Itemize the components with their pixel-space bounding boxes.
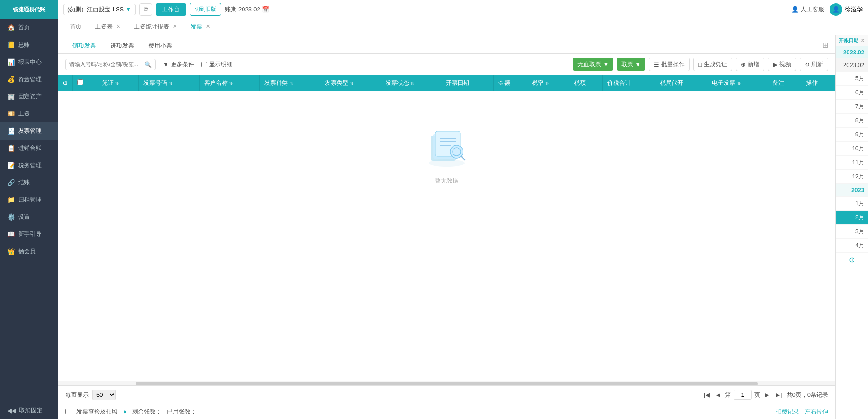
sidebar-item-funds[interactable]: 💰 资金管理 [0,71,58,88]
sidebar-item-home[interactable]: 🏠 首页 [0,19,58,36]
th-voucher[interactable]: 凭证 ⇅ [97,75,138,91]
service-button[interactable]: 👤 人工客服 [792,5,824,14]
date-month-7[interactable]: 7月 [836,100,868,114]
show-detail-check[interactable] [201,62,207,67]
page-content: 销项发票 进项发票 费用小票 ⊞ 🔍 [58,35,835,419]
grid-layout-icon[interactable]: ⊞ [822,41,828,49]
th-amount[interactable]: 金额 [493,75,527,91]
th-tax-bureau[interactable]: 税局代开 [655,75,707,91]
tab-payroll[interactable]: 工资表 ✕ [89,20,127,34]
tab-payroll-close[interactable]: ✕ [116,24,120,29]
copy-button[interactable]: ⧉ [139,3,152,16]
more-filter-button[interactable]: ▼ 更多条件 [159,58,198,70]
sidebar-item-ledger[interactable]: 📒 总账 [0,36,58,53]
date-month-12[interactable]: 12月 [836,170,868,184]
search-icon: 🔍 [144,61,152,68]
search-box[interactable]: 🔍 [65,59,156,70]
gen-voucher-button[interactable]: □ 生成凭证 [693,58,732,71]
take-ticket-button[interactable]: 取票 ▼ [617,58,645,71]
user-info[interactable]: 👤 徐溢华 [830,3,863,16]
company-selector[interactable]: (勿删）江西股宝-LSS ▼ [63,4,136,15]
stretch-link[interactable]: 左右拉伸 [805,408,828,416]
select-all-checkbox[interactable] [77,79,83,85]
payroll-icon: 💴 [7,110,14,117]
sub-tab-expense-ticket[interactable]: 费用小票 [141,39,179,53]
next-page-button[interactable]: ▶ [763,390,771,399]
date-item-header2[interactable]: 2023.02 [836,59,868,72]
date-month-11[interactable]: 11月 [836,156,868,170]
top-header: (勿删）江西股宝-LSS ▼ ⧉ 工作台 切到旧版 账期 2023-02 📅 👤… [58,0,868,19]
show-detail-checkbox[interactable]: 显示明细 [201,60,233,68]
th-checkbox[interactable] [73,75,97,91]
no-tax-button[interactable]: 无血取票 ▼ [573,58,613,71]
th-invoice-category[interactable]: 发票类型 ⇅ [320,75,381,91]
sub-tab-sales-invoice[interactable]: 销项发票 [65,39,103,53]
scroll-thumb[interactable] [136,382,758,385]
page-size-select[interactable]: 50 100 200 [92,390,116,400]
last-page-button[interactable]: ▶| [774,390,783,399]
th-tax[interactable]: 税额 [569,75,602,91]
fee-record-link[interactable]: 扣费记录 [776,408,799,416]
date-month-9[interactable]: 9月 [836,128,868,142]
guide-icon: 📖 [7,231,14,238]
table-footer: 每页显示 50 100 200 |◀ ◀ 第 页 ▶ ▶| 共0页，0条记录 [58,385,835,404]
unpin-button[interactable]: ◀◀ 取消固定 [0,402,58,419]
page-label: 第 [725,391,731,399]
new-invoice-button[interactable]: ⊕ 新增 [736,58,764,71]
avatar: 👤 [830,3,842,16]
switch-version-button[interactable]: 切到旧版 [190,3,221,16]
date-item-header1[interactable]: 2023.02 [836,46,868,59]
th-total[interactable]: 价税合计 [603,75,655,91]
date-2023-04[interactable]: 4月 [836,239,868,253]
th-tax-rate[interactable]: 税率 ⇅ [527,75,569,91]
tab-invoice[interactable]: 发票 ✕ [184,20,216,34]
date-panel-close-icon[interactable]: ✕ [860,37,865,44]
date-month-6[interactable]: 6月 [836,86,868,100]
date-2023-03[interactable]: 3月 [836,225,868,239]
sidebar-item-payroll[interactable]: 💴 工资 [0,105,58,122]
invoice-verify-checkbox[interactable] [65,409,71,414]
refresh-button[interactable]: ↻ 刷新 [800,58,828,71]
sidebar-item-reports[interactable]: 📊 报表中心 [0,53,58,71]
th-customer[interactable]: 客户名称 ⇅ [199,75,260,91]
th-settings[interactable]: ⚙ [58,75,73,91]
plus-icon: ⊕ [741,61,746,68]
date-month-8[interactable]: 8月 [836,114,868,128]
sidebar-item-sales-ledger[interactable]: 📋 进销台账 [0,140,58,157]
copy-icon: ⧉ [144,6,148,13]
th-date[interactable]: 开票日期 [441,75,494,91]
th-electronic[interactable]: 电子发票 ⇅ [707,75,768,91]
batch-op-button[interactable]: ☰ 批量操作 [649,58,690,71]
date-panel-scroll-down[interactable]: ⊕ [836,253,868,267]
sidebar-item-tax[interactable]: 📝 税务管理 [0,157,58,174]
first-page-button[interactable]: |◀ [702,390,711,399]
tab-home[interactable]: 首页 [63,20,88,34]
archive-icon: 📁 [7,196,14,203]
sidebar-item-close-accounts[interactable]: 🔗 结账 [0,174,58,191]
prev-page-button[interactable]: ◀ [714,390,722,399]
th-invoice-status[interactable]: 发票状态 ⇅ [381,75,441,91]
ledger-icon: 📒 [7,41,14,48]
sidebar-item-invoice[interactable]: 🧾 发票管理 [0,122,58,140]
th-invoice-type[interactable]: 发票种类 ⇅ [260,75,320,91]
sidebar-item-fixed-assets[interactable]: 🏢 固定资产 [0,88,58,105]
date-month-5[interactable]: 5月 [836,72,868,86]
sidebar-item-archive[interactable]: 📁 归档管理 [0,191,58,208]
tab-invoice-close[interactable]: ✕ [206,24,210,29]
sidebar-item-guide[interactable]: 📖 新手引导 [0,226,58,243]
sidebar-item-settings[interactable]: ⚙️ 设置 [0,208,58,226]
date-2023-01[interactable]: 1月 [836,197,868,211]
invoice-table: ⚙ 凭证 ⇅ 发票号码 ⇅ 客户名称 ⇅ 发票种类 ⇅ 发票类型 ⇅ 发票状态 … [58,75,835,381]
workspace-button[interactable]: 工作台 [156,3,186,16]
sidebar-item-member[interactable]: 👑 畅会员 [0,243,58,260]
th-remark[interactable]: 备注 [768,75,801,91]
th-invoice-no[interactable]: 发票号码 ⇅ [139,75,200,91]
tab-payroll-stats-close[interactable]: ✕ [173,24,177,29]
date-month-10[interactable]: 10月 [836,142,868,156]
search-input[interactable] [69,61,143,67]
sub-tab-purchase-invoice[interactable]: 进项发票 [103,39,141,53]
video-button[interactable]: ▶ 视频 [768,58,796,71]
tab-payroll-stats[interactable]: 工资统计报表 ✕ [128,20,183,34]
date-2023-02[interactable]: 2月 [836,211,868,225]
page-number-input[interactable] [734,390,752,400]
